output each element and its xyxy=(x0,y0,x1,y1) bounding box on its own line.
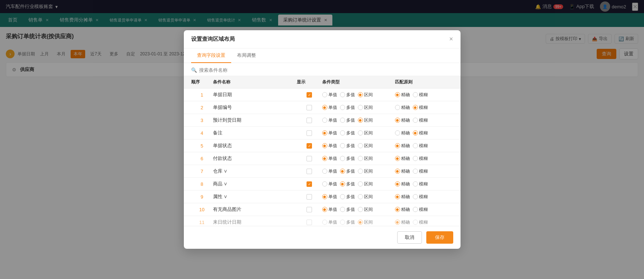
type-single[interactable]: 单值 xyxy=(322,143,337,149)
type-single[interactable]: 单值 xyxy=(322,194,337,200)
modal-close-button[interactable]: × xyxy=(449,35,453,43)
cancel-button[interactable]: 取消 xyxy=(397,231,422,244)
table-row: 6 付款状态 单值 多值 区间 精确 模糊 xyxy=(184,152,461,165)
match-exact[interactable]: 精确 xyxy=(395,219,410,225)
type-multi[interactable]: 多值 xyxy=(340,105,355,111)
type-range[interactable]: 区间 xyxy=(358,143,373,149)
row-num: 7 xyxy=(191,169,213,174)
type-multi[interactable]: 多值 xyxy=(340,219,355,225)
show-checkbox[interactable] xyxy=(307,194,312,200)
match-fuzzy[interactable]: 模糊 xyxy=(413,117,428,123)
match-exact[interactable]: 精确 xyxy=(395,168,410,174)
type-multi[interactable]: 多值 xyxy=(340,117,355,123)
row-num: 10 xyxy=(191,207,213,212)
match-exact[interactable]: 精确 xyxy=(395,207,410,213)
match-exact[interactable]: 精确 xyxy=(395,130,410,136)
show-checkbox[interactable] xyxy=(307,156,312,161)
type-radio-group: 单值 多值 区间 xyxy=(322,92,395,98)
type-range[interactable]: 区间 xyxy=(358,219,373,225)
match-group: 精确 模糊 xyxy=(395,207,453,213)
type-single[interactable]: 单值 xyxy=(322,219,337,225)
row-show[interactable] xyxy=(297,156,322,161)
match-fuzzy[interactable]: 模糊 xyxy=(413,143,428,149)
type-single[interactable]: 单值 xyxy=(322,207,337,213)
show-checkbox[interactable] xyxy=(307,181,312,187)
match-fuzzy[interactable]: 模糊 xyxy=(413,219,428,225)
modal: 设置查询区域布局 × 查询字段设置 布局调整 🔍 顺序 条件名称 显示 条件类型… xyxy=(184,30,461,249)
match-group: 精确 模糊 xyxy=(395,117,453,123)
type-single[interactable]: 单值 xyxy=(322,117,337,123)
type-range[interactable]: 区间 xyxy=(358,117,373,123)
match-exact[interactable]: 精确 xyxy=(395,105,410,111)
match-fuzzy[interactable]: 模糊 xyxy=(413,207,428,213)
row-show[interactable] xyxy=(297,105,322,110)
type-range[interactable]: 区间 xyxy=(358,168,373,174)
type-range[interactable]: 区间 xyxy=(358,207,373,213)
type-multi[interactable]: 多值 xyxy=(340,156,355,162)
match-exact[interactable]: 精确 xyxy=(395,156,410,162)
match-fuzzy[interactable]: 模糊 xyxy=(413,194,428,200)
match-fuzzy[interactable]: 模糊 xyxy=(413,181,428,187)
match-exact[interactable]: 精确 xyxy=(395,92,410,98)
match-group: 精确 模糊 xyxy=(395,92,453,98)
show-checkbox[interactable] xyxy=(307,220,312,225)
table-row: 1 单据日期 单值 多值 区间 精确 模糊 xyxy=(184,89,461,101)
type-multi[interactable]: 多值 xyxy=(340,143,355,149)
type-range[interactable]: 区间 xyxy=(358,105,373,111)
match-group: 精确 模糊 xyxy=(395,181,453,187)
type-multi[interactable]: 多值 xyxy=(340,168,355,174)
match-fuzzy[interactable]: 模糊 xyxy=(413,92,428,98)
modal-search-bar: 🔍 xyxy=(184,63,461,76)
modal-tab-query-fields[interactable]: 查询字段设置 xyxy=(191,48,231,63)
type-multi[interactable]: 多值 xyxy=(340,207,355,213)
row-show[interactable] xyxy=(297,92,322,98)
row-show[interactable] xyxy=(297,130,322,136)
type-multi[interactable]: 多值 xyxy=(340,194,355,200)
type-single[interactable]: 单值 xyxy=(322,156,337,162)
show-checkbox[interactable] xyxy=(307,130,312,136)
type-range[interactable]: 区间 xyxy=(358,181,373,187)
modal-tabs: 查询字段设置 布局调整 xyxy=(184,48,461,63)
show-checkbox[interactable] xyxy=(307,118,312,123)
modal-tab-layout[interactable]: 布局调整 xyxy=(231,48,262,63)
type-single[interactable]: 单值 xyxy=(322,181,337,187)
match-fuzzy[interactable]: 模糊 xyxy=(413,168,428,174)
type-multi[interactable]: 多值 xyxy=(340,130,355,136)
row-show[interactable] xyxy=(297,181,322,187)
show-checkbox[interactable] xyxy=(307,105,312,110)
type-range[interactable]: 区间 xyxy=(358,92,373,98)
row-show[interactable] xyxy=(297,118,322,123)
type-range[interactable]: 区间 xyxy=(358,130,373,136)
type-single[interactable]: 单值 xyxy=(322,92,337,98)
match-group: 精确 模糊 xyxy=(395,105,453,111)
type-range[interactable]: 区间 xyxy=(358,194,373,200)
match-exact[interactable]: 精确 xyxy=(395,194,410,200)
search-input[interactable] xyxy=(199,67,453,73)
row-show[interactable] xyxy=(297,207,322,212)
show-checkbox[interactable] xyxy=(307,92,312,98)
type-multi[interactable]: 多值 xyxy=(340,92,355,98)
type-single[interactable]: 单值 xyxy=(322,130,337,136)
save-button[interactable]: 保存 xyxy=(426,231,453,244)
type-multi[interactable]: 多值 xyxy=(340,181,355,187)
row-show[interactable] xyxy=(297,143,322,149)
match-fuzzy[interactable]: 模糊 xyxy=(413,105,428,111)
show-checkbox[interactable] xyxy=(307,207,312,212)
match-exact[interactable]: 精确 xyxy=(395,181,410,187)
type-radio-group: 单值 多值 区间 xyxy=(322,156,395,162)
match-exact[interactable]: 精确 xyxy=(395,143,410,149)
row-show[interactable] xyxy=(297,220,322,225)
type-single[interactable]: 单值 xyxy=(322,168,337,174)
match-fuzzy[interactable]: 模糊 xyxy=(413,130,428,136)
match-fuzzy[interactable]: 模糊 xyxy=(413,156,428,162)
show-checkbox[interactable] xyxy=(307,143,312,149)
match-exact[interactable]: 精确 xyxy=(395,117,410,123)
type-range[interactable]: 区间 xyxy=(358,156,373,162)
modal-header: 设置查询区域布局 × xyxy=(184,30,461,48)
row-show[interactable] xyxy=(297,194,322,200)
row-show[interactable] xyxy=(297,169,322,174)
type-radio-group: 单值 多值 区间 xyxy=(322,117,395,123)
show-checkbox[interactable] xyxy=(307,169,312,174)
type-single[interactable]: 单值 xyxy=(322,105,337,111)
row-name: 有无商品图片 xyxy=(213,206,297,213)
